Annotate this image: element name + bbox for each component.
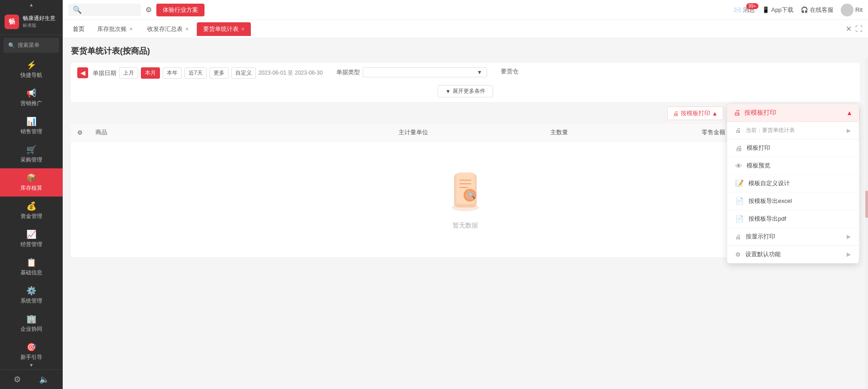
date-btn-this-year[interactable]: 本年 (163, 67, 182, 79)
dropdown-display-print-left: 🖨 按显示打印 (735, 232, 775, 241)
sidebar-item-shortcut[interactable]: ⚡ 快捷导航 (0, 56, 63, 84)
th-unit: 主计量单位 (399, 128, 550, 136)
date-btn-more[interactable]: 更多 (210, 67, 229, 79)
dropdown-set-default[interactable]: ⚙ 设置默认功能 ▶ (727, 246, 859, 263)
sidebar-item-enterprise[interactable]: 🏢 企业协同 (0, 309, 63, 338)
enterprise-icon: 🏢 (26, 314, 36, 324)
dropdown-current-template[interactable]: 🖨 当前：要货单统计表 ▶ (727, 122, 859, 139)
product-filter-group: 要货仓 (501, 67, 519, 76)
template-pdf-icon: 📄 (735, 215, 744, 223)
phone-icon: 📱 (762, 6, 769, 13)
display-print-label: 按显示打印 (746, 232, 775, 241)
dropdown-template-design[interactable]: 📝 模板自定义设计 (727, 175, 859, 192)
scrollbar[interactable] (865, 58, 868, 389)
app-logo-icon: 畅 (5, 15, 19, 29)
scroll-thumb[interactable] (865, 191, 868, 218)
sidebar-item-purchase[interactable]: 🛒 采购管理 (0, 140, 63, 168)
date-btn-this-month[interactable]: 本月 (141, 67, 160, 79)
tab-receipt-label: 收发存汇总表 (147, 25, 183, 33)
tab-batch-close[interactable]: × (130, 26, 133, 32)
svg-text:🔍: 🔍 (468, 192, 476, 199)
dropdown-template-pdf-left: 📄 按模板导出pdf (735, 215, 786, 223)
type-filter-select[interactable]: ▼ (363, 67, 487, 77)
dropdown-template-excel[interactable]: 📄 按模板导出excel (727, 192, 859, 210)
filter-bar: ◀ 单据日期 上月 本月 本年 近7天 更多 自定义 2023-06-01 至 … (71, 63, 860, 102)
empty-text: 暂无数据 (453, 222, 478, 230)
topbar-gear-icon[interactable]: ⚙ (145, 5, 152, 14)
topbar-search-input[interactable] (85, 7, 121, 13)
messages-button[interactable]: ✉️ 消息 99+ (734, 6, 755, 14)
settings-bottom-icon[interactable]: ⚙ (14, 374, 21, 384)
industry-solution-button[interactable]: 体验行业方案 (156, 4, 205, 16)
sidebar-search[interactable]: 🔍 搜索菜单 (4, 38, 59, 53)
sidebar-item-sales[interactable]: 📊 销售管理 (0, 112, 63, 140)
app-download-button[interactable]: 📱 App下载 (762, 6, 793, 14)
template-preview-icon: 👁 (735, 162, 742, 170)
print-template-button[interactable]: 🖨 按模板打印 ▲ (667, 106, 724, 120)
main-area: 🔍 ⚙ 体验行业方案 ✉️ 消息 99+ 📱 App下载 🎧 在线客服 Rit (63, 0, 868, 389)
set-default-label: 设置默认功能 (745, 250, 781, 258)
app-download-label: App下载 (771, 6, 793, 14)
date-btn-last-month[interactable]: 上月 (119, 67, 138, 79)
dropdown-title: 按模板打印 (744, 109, 776, 117)
display-print-icon: 🖨 (735, 233, 741, 240)
tab-demand-close[interactable]: × (241, 26, 244, 32)
print-dropdown-panel: 🖨 按模板打印 ▲ 🖨 当前：要货单统计表 ▶ 🖨 模板打印 (727, 104, 859, 263)
tab-receipt-close[interactable]: × (185, 26, 189, 32)
sidebar-item-operation[interactable]: 📈 经营管理 (0, 225, 63, 253)
dropdown-template-pdf[interactable]: 📄 按模板导出pdf (727, 210, 859, 228)
template-pdf-label: 按模板导出pdf (748, 215, 786, 223)
th-settings[interactable]: ⚙ (77, 129, 95, 136)
type-filter-label: 单据类型 (336, 68, 360, 76)
tab-demand[interactable]: 要货单统计表 × (197, 22, 251, 36)
tab-receipt[interactable]: 收发存汇总表 × (141, 22, 195, 36)
template-design-label: 模板自定义设计 (748, 179, 790, 187)
user-avatar[interactable]: Rit (841, 4, 863, 16)
online-service-button[interactable]: 🎧 在线客服 (801, 6, 833, 14)
system-icon: ⚙️ (26, 286, 36, 296)
template-excel-label: 按模板导出excel (748, 197, 792, 205)
message-icon: ✉️ (734, 6, 741, 13)
sidebar-item-finance[interactable]: 💰 资金管理 (0, 197, 63, 225)
tab-expand-controls: ✕ ⛶ (846, 25, 863, 33)
avatar-circle (841, 4, 853, 16)
date-btn-custom[interactable]: 自定义 (231, 67, 256, 79)
sidebar-item-operation-label: 经营管理 (20, 241, 42, 248)
tab-home[interactable]: 首页 (68, 22, 89, 36)
sidebar-scroll-down[interactable]: ▼ (29, 363, 34, 368)
dropdown-chevron-up[interactable]: ▲ (846, 109, 853, 116)
sidebar: ▲ 畅 畅康通好生意 标准版 🔍 搜索菜单 ⚡ 快捷导航 📢 营销推广 📊 销售… (0, 0, 63, 389)
tab-expand-icon[interactable]: ⛶ (855, 25, 863, 33)
tabbar: 首页 库存批次账 × 收发存汇总表 × 要货单统计表 × ✕ ⛶ (63, 20, 868, 38)
template-preview-label: 模板预览 (747, 162, 770, 170)
current-template-chevron: ▶ (847, 127, 851, 134)
sidebar-item-inventory[interactable]: 📦 库存核算 (0, 168, 63, 197)
sidebar-item-system[interactable]: ⚙️ 系统管理 (0, 281, 63, 309)
app-logo-badge: 标准版 (23, 22, 55, 29)
dropdown-template-design-left: 📝 模板自定义设计 (735, 179, 790, 187)
tab-batch[interactable]: 库存批次账 × (91, 22, 139, 36)
sidebar-item-basic-label: 基础信息 (20, 269, 42, 277)
dropdown-display-print[interactable]: 🖨 按显示打印 ▶ (727, 228, 859, 246)
basic-icon: 📋 (26, 258, 36, 268)
headset-icon: 🎧 (801, 6, 808, 13)
sidebar-item-marketing[interactable]: 📢 营销推广 (0, 84, 63, 112)
sidebar-item-guide[interactable]: 🎯 新手引导 (0, 338, 63, 360)
date-btn-7days[interactable]: 近7天 (185, 67, 207, 79)
tab-close-all-icon[interactable]: ✕ (846, 25, 852, 33)
dropdown-template-print[interactable]: 🖨 模板打印 (727, 139, 859, 157)
sidebar-scroll-up[interactable]: ▲ (29, 2, 34, 7)
template-design-icon: 📝 (735, 179, 744, 187)
sound-icon[interactable]: 🔈 (39, 374, 49, 384)
template-print-label: 模板打印 (747, 144, 770, 152)
sidebar-item-enterprise-label: 企业协同 (20, 325, 42, 333)
guide-icon: 🎯 (26, 342, 36, 352)
filter-collapse-button[interactable]: ◀ (77, 67, 88, 78)
topbar-search-box[interactable]: 🔍 (68, 4, 141, 16)
sidebar-item-basic[interactable]: 📋 基础信息 (0, 253, 63, 281)
dropdown-header-left: 🖨 按模板打印 (733, 109, 776, 117)
topbar: 🔍 ⚙ 体验行业方案 ✉️ 消息 99+ 📱 App下载 🎧 在线客服 Rit (63, 0, 868, 20)
tab-demand-label: 要货单统计表 (203, 25, 239, 33)
expand-more-button[interactable]: ▼ 展开更多条件 (438, 85, 493, 97)
dropdown-template-preview[interactable]: 👁 模板预览 (727, 157, 859, 175)
